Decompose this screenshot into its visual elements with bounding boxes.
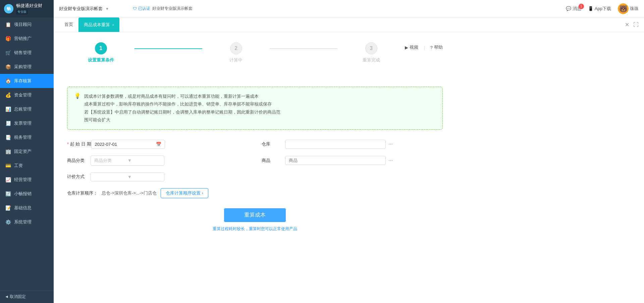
user-profile[interactable]: 🐻 珠珠 <box>618 3 639 14</box>
sidebar-label-marketing: 营销推广 <box>14 36 32 42</box>
content-inner: 1 设置重算条件 2 计算中 <box>54 32 456 242</box>
sidebar-label-salary: 工资 <box>14 163 23 169</box>
calendar-icon[interactable]: 📅 <box>156 142 161 147</box>
tax-icon: 📑 <box>5 134 11 141</box>
tab-close-icon[interactable]: × <box>112 23 114 27</box>
sidebar-item-salary[interactable]: 💳 工资 <box>0 159 54 173</box>
sidebar-item-accounting[interactable]: 📊 总账管理 <box>0 102 54 116</box>
sidebar-pin-toggle[interactable]: ◄ 取消固定 <box>0 290 54 303</box>
goods-input[interactable] <box>289 158 382 163</box>
warehouse-order-row: 仓库计算顺序： 总仓->深圳仓库->...->门店仓 仓库计算顺序设置 › <box>67 188 443 198</box>
pricing-select[interactable]: ▼ <box>91 172 164 181</box>
tab-home-label: 首页 <box>64 21 73 28</box>
system-icon: ⚙️ <box>5 219 11 225</box>
logo-icon: 畅 <box>4 4 13 13</box>
avatar: 🐻 <box>618 3 629 14</box>
inventory-icon: 🏠 <box>5 78 11 84</box>
account-selector[interactable]: 好业财专业版演示帐套 ▼ <box>59 6 126 12</box>
goods-more-button[interactable]: ··· <box>388 158 393 164</box>
tab-home[interactable]: 首页 <box>59 17 78 32</box>
expense-icon: 🔄 <box>5 190 11 197</box>
tabs-bar: 首页 商品成本重算 × ✕ ⛶ <box>54 17 644 32</box>
warehouse-order-label: 仓库计算顺序： <box>67 190 98 196</box>
logo-title: 畅捷通好业财 <box>16 3 42 9</box>
category-field: 商品分类 商品分类 ▼ <box>67 156 248 166</box>
salary-icon: 💳 <box>5 162 11 169</box>
sidebar-item-tax[interactable]: 📑 税务管理 <box>0 130 54 144</box>
assets-icon: 🏢 <box>5 148 11 155</box>
tab-cost-label: 商品成本重算 <box>84 22 110 28</box>
sidebar-item-project[interactable]: 📋 项目顾问 <box>0 17 54 32</box>
warehouse-order-btn-arrow: › <box>202 190 203 196</box>
basic-icon: 📝 <box>5 205 11 211</box>
sidebar-item-operations[interactable]: 📈 经营管理 <box>0 173 54 187</box>
step-line-2 <box>270 48 337 49</box>
tab-cost-recalculate[interactable]: 商品成本重算 × <box>78 17 119 32</box>
notice-box: 💡 因成本计算参数调整，或是对商品成本有疑问时，可以通过本重算功能，重新计算一遍… <box>67 87 443 130</box>
marketing-icon: 🎁 <box>5 35 11 42</box>
message-button[interactable]: 💬 消息 1 <box>566 6 581 12</box>
help-link[interactable]: ? 帮助 <box>430 44 443 50</box>
sidebar-item-finance[interactable]: 💰 资金管理 <box>0 88 54 102</box>
action-hint-text: 重算过程耗时较长，重算时您可以正常使用产品 <box>67 226 443 232</box>
avatar-image: 🐻 <box>619 5 628 13</box>
warehouse-order-settings-button[interactable]: 仓库计算顺序设置 › <box>161 188 208 198</box>
close-window-button[interactable]: ✕ <box>625 21 629 28</box>
sidebar-label-sales: 销售管理 <box>14 50 32 56</box>
step-2-number: 2 <box>234 45 237 51</box>
notice-line1: 因成本计算参数调整，或是对商品成本有疑问时，可以通过本重算功能，重新计算一遍成本 <box>84 92 280 100</box>
step-3-label: 重算完成 <box>363 57 380 63</box>
form-row-1: * 起 始 日 期 📅 仓库 ··· <box>67 140 443 149</box>
sidebar-label-finance: 资金管理 <box>14 92 32 98</box>
sidebar-item-system[interactable]: ⚙️ 系统管理 <box>0 215 54 229</box>
sidebar: 畅 畅捷通好业财 专业版 📋 项目顾问 🎁 营销推广 🛒 销售管理 📦 采购管理… <box>0 0 54 303</box>
help-label: 帮助 <box>434 44 443 50</box>
message-icon: 💬 <box>566 6 571 11</box>
sidebar-label-invoice: 发票管理 <box>14 120 32 126</box>
start-date-input-wrap[interactable]: 📅 <box>91 140 165 149</box>
start-date-input[interactable] <box>95 142 154 147</box>
sidebar-item-basic[interactable]: 📝 基础信息 <box>0 201 54 215</box>
sidebar-item-marketing[interactable]: 🎁 营销推广 <box>0 32 54 46</box>
warehouse-input[interactable] <box>289 142 382 147</box>
action-section: 重算成本 重算过程耗时较长，重算时您可以正常使用产品 <box>67 208 443 232</box>
start-date-label: * 起 始 日 期 <box>67 141 91 147</box>
sidebar-item-assets[interactable]: 🏢 固定资产 <box>0 144 54 159</box>
sidebar-item-inventory[interactable]: 🏠 库存核算 <box>0 74 54 88</box>
goods-label: 商品 <box>262 158 285 164</box>
step-2-circle: 2 <box>230 42 242 54</box>
step-1-label: 设置重算条件 <box>88 57 114 63</box>
sidebar-item-purchase[interactable]: 📦 采购管理 <box>0 60 54 74</box>
finance-icon: 💰 <box>5 92 11 98</box>
invoice-icon: 🧾 <box>5 120 11 127</box>
goods-field: 商品 ··· <box>262 156 443 165</box>
video-label: 视频 <box>410 44 418 50</box>
warehouse-order-btn-label: 仓库计算顺序设置 <box>166 190 201 196</box>
warehouse-more-button[interactable]: ··· <box>388 141 393 147</box>
sales-icon: 🛒 <box>5 49 11 56</box>
account-dropdown-arrow: ▼ <box>105 7 109 11</box>
warehouse-label: 仓库 <box>262 141 285 147</box>
sidebar-item-invoice[interactable]: 🧾 发票管理 <box>0 116 54 130</box>
goods-input-wrap[interactable] <box>285 156 386 165</box>
video-link[interactable]: ▶ 视频 <box>405 44 418 50</box>
warehouse-field: 仓库 ··· <box>262 140 443 149</box>
main-area: 好业财专业版演示帐套 ▼ 🛡 已认证 好业财专业版演示帐套 💬 消息 1 📱 A… <box>54 0 644 303</box>
sidebar-item-sales[interactable]: 🛒 销售管理 <box>0 46 54 60</box>
sidebar-logo: 畅 畅捷通好业财 专业版 <box>0 0 54 17</box>
operations-icon: 📈 <box>5 176 11 183</box>
account-name: 好业财专业版演示帐套 <box>59 6 103 12</box>
sidebar-item-expense[interactable]: 🔄 小畅报销 <box>0 187 54 201</box>
start-date-field: * 起 始 日 期 📅 <box>67 140 248 149</box>
purchase-icon: 📦 <box>5 63 11 70</box>
warehouse-input-wrap[interactable] <box>285 140 386 149</box>
app-download-label: App下载 <box>595 6 611 12</box>
lightbulb-icon: 💡 <box>74 93 81 99</box>
maximize-window-button[interactable]: ⛶ <box>633 22 639 28</box>
category-select[interactable]: 商品分类 ▼ <box>91 156 164 166</box>
sidebar-label-purchase: 采购管理 <box>14 64 32 70</box>
topbar-right: 💬 消息 1 📱 App下载 🐻 珠珠 <box>566 3 639 14</box>
app-download-button[interactable]: 📱 App下载 <box>588 6 611 12</box>
recalculate-button[interactable]: 重算成本 <box>224 208 286 222</box>
sidebar-label-basic: 基础信息 <box>14 205 32 211</box>
